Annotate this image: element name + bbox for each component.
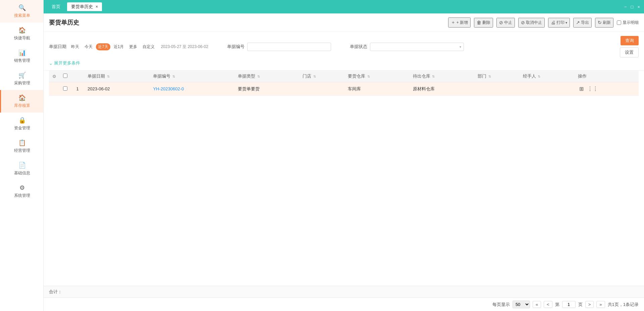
col-req-warehouse: 要货仓库 ⇅ — [344, 71, 409, 82]
new-icon: ＋ — [451, 19, 455, 26]
req-warehouse-sort-icon[interactable]: ⇅ — [367, 75, 370, 78]
sidebar-item-inventory[interactable]: 🏠 库存核算 — [0, 90, 43, 113]
date-sort-icon[interactable]: ⇅ — [107, 75, 110, 78]
data-table: ⚙ 单据日期 ⇅ 单据编号 ⇅ — [49, 71, 639, 96]
minimize-btn[interactable]: − — [624, 4, 627, 9]
tab-active[interactable]: 要货单历史 × — [67, 2, 102, 11]
sidebar-item-label: 搜索菜单 — [14, 13, 30, 18]
expand-more-icon: ⌄ — [49, 61, 53, 66]
content-area: 要货单历史 ＋ + 新增 🗑 删除 ⊘ 中止 ⊘ 取消中止 — [44, 13, 644, 311]
sidebar-item-label: 系统管理 — [14, 193, 30, 198]
sidebar-item-finance-mgmt[interactable]: 🔒 资金管理 — [0, 113, 43, 135]
purchase-icon: 🛒 — [18, 72, 26, 79]
delete-label: 删除 — [482, 20, 490, 26]
summary-label: 合计： — [49, 289, 62, 294]
dept-sort-icon[interactable]: ⇅ — [488, 75, 491, 78]
sidebar-item-label: 基础信息 — [14, 170, 30, 176]
system-icon: ⚙ — [19, 184, 25, 191]
suspend-icon: ⊘ — [499, 20, 503, 25]
prev-page-btn[interactable]: < — [544, 301, 552, 308]
refresh-button[interactable]: ↻ 刷新 — [595, 18, 613, 28]
date-btn-more[interactable]: 更多 — [127, 43, 139, 50]
row-checkbox — [60, 82, 71, 96]
topbar-right: − □ × — [624, 4, 640, 9]
handler-sort-icon[interactable]: ⇅ — [538, 75, 540, 78]
export-button[interactable]: ↗ 导出 — [573, 18, 592, 28]
date-btn-today[interactable]: 今天 — [83, 43, 95, 50]
tab-close-icon[interactable]: × — [96, 4, 98, 9]
query-button[interactable]: 查询 — [621, 36, 639, 45]
col-num — [71, 71, 84, 82]
total-info: 共1页，1条记录 — [608, 302, 639, 308]
status-filter-label: 单据状态 — [350, 44, 367, 50]
col-dept-label: 部门 — [478, 74, 486, 79]
cancel-suspend-label: 取消中止 — [526, 20, 542, 26]
inventory-icon: 🏠 — [18, 94, 26, 101]
maximize-btn[interactable]: □ — [631, 4, 634, 9]
first-page-btn[interactable]: « — [533, 301, 541, 308]
page-label: 第 — [555, 302, 559, 308]
tab-home[interactable]: 首页 — [48, 2, 64, 11]
row-docnum-link[interactable]: YH-20230602-0 — [153, 86, 184, 91]
status-dropdown-icon[interactable]: ▾ — [460, 45, 461, 49]
date-btn-yesterday[interactable]: 昨天 — [69, 43, 81, 50]
new-button[interactable]: ＋ + 新增 — [448, 17, 471, 28]
docnum-sort-icon[interactable]: ⇅ — [172, 75, 175, 78]
docnum-input[interactable] — [247, 43, 331, 51]
col-store: 门店 ⇅ — [299, 71, 344, 82]
date-btn-7days[interactable]: 近7天 — [96, 43, 110, 50]
col-checkbox — [60, 71, 71, 82]
sidebar-item-purchase-mgmt[interactable]: 🛒 采购管理 — [0, 68, 43, 90]
sidebar-item-quick-nav[interactable]: 🏠 快捷导航 — [0, 23, 43, 45]
suspend-button[interactable]: ⊘ 中止 — [496, 18, 515, 28]
col-operation: 操作 — [575, 71, 639, 82]
next-page-btn[interactable]: > — [585, 301, 594, 308]
print-button[interactable]: 🖨 打印 ▾ — [548, 18, 570, 28]
doctype-sort-icon[interactable]: ⇅ — [257, 75, 260, 78]
finance-icon: 🔒 — [18, 117, 26, 124]
store-sort-icon[interactable]: ⇅ — [313, 75, 316, 78]
per-page-select[interactable]: 50 10 20 100 — [513, 301, 530, 308]
row-view-btn[interactable]: ⊞ — [578, 85, 585, 93]
sidebar-item-operations-mgmt[interactable]: 📋 经营管理 — [0, 135, 43, 158]
page-input[interactable] — [562, 301, 576, 308]
sidebar: 🔍 搜索菜单 🏠 快捷导航 📊 销售管理 🛒 采购管理 🏠 库存核算 🔒 资金管… — [0, 0, 44, 311]
row-checkbox-input[interactable] — [63, 86, 67, 91]
settings-button[interactable]: 设置 — [620, 47, 639, 57]
cancel-suspend-button[interactable]: ⊘ 取消中止 — [518, 18, 545, 28]
show-detail-toggle[interactable]: 显示明细 — [617, 20, 639, 26]
col-pending-warehouse-label: 待出仓库 — [413, 74, 430, 79]
col-doctype: 单据类型 ⇅ — [234, 71, 299, 82]
export-label: 导出 — [581, 20, 589, 26]
refresh-icon: ↻ — [598, 20, 602, 25]
topbar: 首页 要货单历史 × − □ × — [44, 0, 644, 13]
last-page-btn[interactable]: » — [596, 301, 605, 308]
show-detail-label: 显示明细 — [623, 20, 639, 26]
date-btn-1month[interactable]: 近1月 — [112, 43, 126, 50]
col-pending-warehouse: 待出仓库 ⇅ — [410, 71, 474, 82]
col-dept: 部门 ⇅ — [474, 71, 520, 82]
pending-warehouse-sort-icon[interactable]: ⇅ — [432, 75, 435, 78]
sidebar-item-label: 采购管理 — [14, 80, 30, 86]
sidebar-item-label: 库存核算 — [14, 103, 30, 108]
expand-more-btn[interactable]: ⌄ 展开更多条件 — [49, 60, 639, 66]
select-all-checkbox[interactable] — [63, 74, 67, 78]
expand-more-label: 展开更多条件 — [54, 60, 80, 66]
col-settings[interactable]: ⚙ — [49, 71, 60, 82]
row-operation: ⊞ ⋮⋮ — [575, 82, 639, 96]
status-input[interactable] — [370, 43, 464, 51]
sidebar-item-search-menu[interactable]: 🔍 搜索菜单 — [0, 0, 43, 23]
sidebar-item-system-mgmt[interactable]: ⚙ 系统管理 — [0, 180, 43, 203]
col-date: 单据日期 ⇅ — [84, 71, 150, 82]
operations-icon: 📋 — [18, 139, 26, 146]
sidebar-item-label: 销售管理 — [14, 58, 30, 63]
sidebar-item-sales-mgmt[interactable]: 📊 销售管理 — [0, 45, 43, 68]
filter-date-group: 单据日期 昨天 今天 近7天 近1月 更多 自定义 2023-05-27 至 2… — [49, 43, 208, 50]
row-more-btn[interactable]: ⋮⋮ — [586, 85, 599, 93]
sidebar-item-basic-info[interactable]: 📄 基础信息 — [0, 158, 43, 180]
date-btn-custom[interactable]: 自定义 — [141, 43, 157, 50]
close-btn[interactable]: × — [637, 4, 640, 9]
sidebar-item-label: 资金管理 — [14, 125, 30, 131]
delete-button[interactable]: 🗑 删除 — [474, 18, 493, 28]
show-detail-checkbox[interactable] — [617, 20, 621, 25]
